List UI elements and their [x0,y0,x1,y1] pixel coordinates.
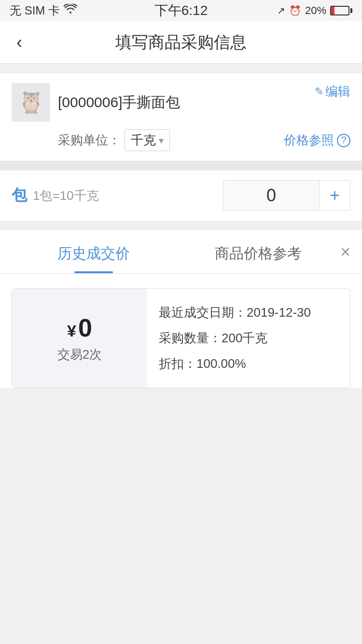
product-left: 🦉 [0000006]手撕面包 [12,83,180,122]
tab-price-ref-label: 商品价格参考 [215,245,302,261]
bao-char: 包 [12,185,27,206]
status-bar: 无 SIM 卡 下午6:12 ↗ ⏰ 20% [0,0,362,21]
trade-yen-symbol: ¥ [67,322,76,340]
trade-qty-label: 采购数量： [159,331,222,345]
tab-history-label: 历史成交价 [57,245,130,261]
edit-button[interactable]: ✎ 编辑 [315,83,350,100]
wifi-icon [64,4,77,17]
unit-value: 千克 [131,132,156,149]
product-image: 🦉 [12,83,50,122]
status-left: 无 SIM 卡 [10,3,77,18]
alarm-icon: ⏰ [289,5,301,16]
carrier-text: 无 SIM 卡 [10,3,60,18]
status-right: ↗ ⏰ 20% [277,4,352,17]
quantity-label: 包 1包=10千克 [12,185,99,206]
product-header: 🦉 [0000006]手撕面包 ✎ 编辑 [12,83,350,122]
price-ref-button[interactable]: 价格参照 ? [284,132,350,149]
product-name: [0000006]手撕面包 [58,93,180,112]
nav-bar: ‹ 填写商品采购信息 [0,21,362,64]
trade-left-panel: ¥ 0 交易2次 [12,289,147,388]
unit-label: 采购单位： 千克 ▾ [58,129,170,151]
location-icon: ↗ [277,5,285,16]
unit-text: 采购单位： [58,132,121,149]
quantity-plus-button[interactable]: + [320,180,350,211]
quantity-input[interactable] [223,180,320,211]
product-unit-row: 采购单位： 千克 ▾ 价格参照 ? [58,129,350,151]
page-title: 填写商品采购信息 [115,31,247,54]
unit-select[interactable]: 千克 ▾ [125,129,170,151]
trade-date-value: 2019-12-30 [247,305,311,320]
tabs-container: 历史成交价 商品价格参考 × ¥ 0 交易2次 最近成交日期：2019-12-3… [0,230,362,388]
trade-count: 交易2次 [57,346,102,363]
trade-qty-row: 采购数量：200千克 [159,329,338,348]
trade-date-label: 最近成交日期： [159,305,247,320]
edit-icon: ✎ [315,85,323,98]
edit-label: 编辑 [325,83,350,100]
trade-price-value: 0 [78,313,92,342]
quantity-control: + [223,180,350,211]
section-divider [0,161,362,170]
tab-history-price[interactable]: 历史成交价 [12,230,176,273]
trade-discount-label: 折扣： [159,356,196,371]
quantity-row: 包 1包=10千克 + [0,170,362,221]
trade-qty-value: 200千克 [222,331,267,345]
price-ref-help-icon: ? [337,134,350,147]
battery-indicator [330,6,352,15]
product-owl-icon: 🦉 [18,90,44,115]
battery-percent: 20% [305,4,326,17]
trade-right-panel: 最近成交日期：2019-12-30 采购数量：200千克 折扣：100.00% [147,289,350,388]
bao-sub: 1包=10千克 [33,187,99,204]
price-ref-label: 价格参照 [284,132,334,149]
product-card: 🦉 [0000006]手撕面包 ✎ 编辑 采购单位： 千克 ▾ 价格参照 ? [0,73,362,161]
back-button[interactable]: ‹ [12,28,27,57]
trade-card: ¥ 0 交易2次 最近成交日期：2019-12-30 采购数量：200千克 折扣… [12,288,350,388]
tab-price-ref[interactable]: 商品价格参考 [176,230,340,273]
trade-date-row: 最近成交日期：2019-12-30 [159,303,338,322]
status-time: 下午6:12 [154,1,208,20]
trade-discount-value: 100.00% [196,356,246,371]
trade-price: ¥ 0 [67,313,92,342]
trade-discount-row: 折扣：100.00% [159,354,338,373]
unit-chevron-icon: ▾ [159,135,164,146]
tabs-header: 历史成交价 商品价格参考 × [0,230,362,274]
tabs-close-button[interactable]: × [340,232,350,272]
main-content [0,403,362,644]
